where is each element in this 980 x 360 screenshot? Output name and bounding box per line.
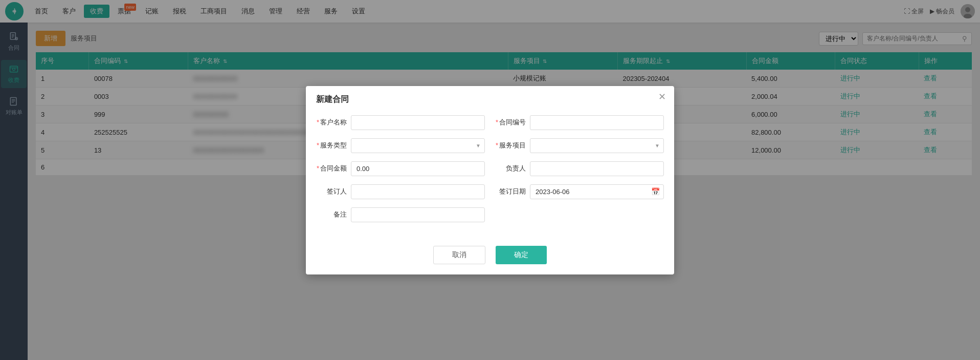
form-group-sign-date: 签订日期 📅	[495, 184, 664, 199]
contract-no-input[interactable]	[530, 115, 664, 130]
remark-label: 备注	[316, 210, 347, 219]
amount-input[interactable]	[351, 161, 485, 176]
responsible-input[interactable]	[530, 161, 664, 176]
modal-dialog: 新建合同 ✕ *客户名称 *合同编号	[306, 86, 674, 274]
modal-overlay[interactable]: 新建合同 ✕ *客户名称 *合同编号	[0, 0, 980, 360]
sign-date-input[interactable]	[530, 184, 664, 199]
form-group-service-item: *服务项目	[495, 138, 664, 153]
service-type-select-wrapper	[351, 138, 485, 153]
service-type-label: *服务类型	[316, 141, 347, 150]
contract-no-label: *合同编号	[495, 118, 526, 127]
signer-input[interactable]	[351, 184, 485, 199]
form-row-2: *服务类型 *服务项目	[316, 138, 664, 153]
form-group-responsible: 负责人	[495, 161, 664, 176]
form-group-contract-no: *合同编号	[495, 115, 664, 130]
customer-label: *客户名称	[316, 118, 347, 127]
form-row-3: *合同金额 负责人	[316, 161, 664, 176]
form-group-signer: 签订人	[316, 184, 485, 199]
modal-title: 新建合同	[306, 86, 674, 110]
service-type-select[interactable]	[351, 138, 485, 153]
customer-input[interactable]	[351, 115, 485, 130]
cancel-button[interactable]: 取消	[433, 246, 485, 264]
service-item-label: *服务项目	[495, 141, 526, 150]
modal-footer: 取消 确定	[306, 241, 674, 274]
service-item-select-wrapper	[530, 138, 664, 153]
sign-date-wrapper: 📅	[530, 184, 664, 199]
amount-label: *合同金额	[316, 164, 347, 173]
modal-body: *客户名称 *合同编号 *服务类型	[306, 110, 674, 241]
form-row-1: *客户名称 *合同编号	[316, 115, 664, 130]
form-group-service-type: *服务类型	[316, 138, 485, 153]
form-group-customer: *客户名称	[316, 115, 485, 130]
confirm-button[interactable]: 确定	[496, 246, 547, 264]
responsible-label: 负责人	[495, 164, 526, 173]
form-group-amount: *合同金额	[316, 161, 485, 176]
sign-date-label: 签订日期	[495, 187, 526, 196]
signer-label: 签订人	[316, 187, 347, 196]
form-row-4: 签订人 签订日期 📅	[316, 184, 664, 199]
remark-input[interactable]	[351, 207, 485, 222]
modal-close-button[interactable]: ✕	[658, 92, 666, 101]
service-item-select[interactable]	[530, 138, 664, 153]
form-group-remark: 备注	[316, 207, 485, 222]
form-row-5: 备注	[316, 207, 664, 222]
